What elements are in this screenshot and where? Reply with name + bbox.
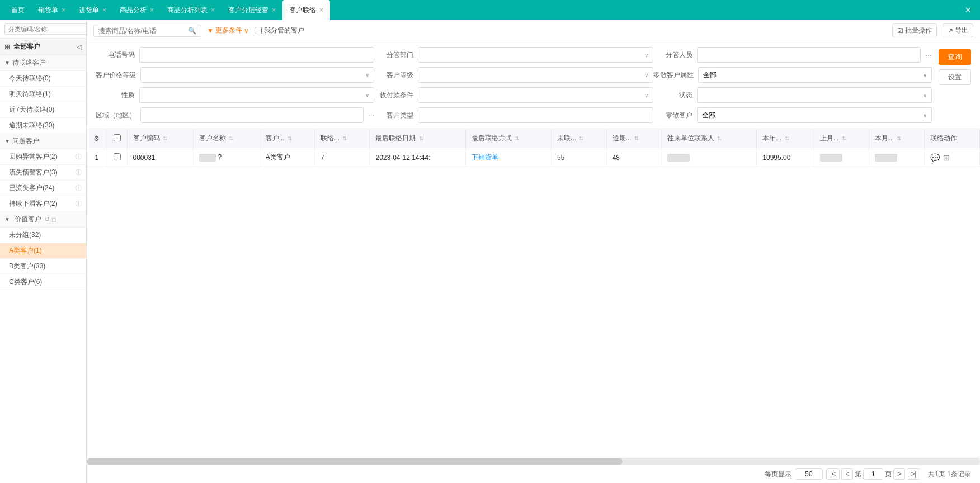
info-icon-declining[interactable]: ⓘ — [76, 200, 82, 208]
sidebar-group-value-label: 价值客户 — [15, 215, 41, 224]
filter-select-retail-customer[interactable]: 全部 ∨ — [697, 107, 932, 123]
th-settings[interactable]: ⚙ — [87, 129, 107, 148]
filter-input-customer-type[interactable] — [418, 107, 653, 123]
sidebar-item-week[interactable]: 近7天待联络(0) — [0, 102, 86, 118]
info-icon-lost[interactable]: ⓘ — [76, 184, 82, 192]
export-button[interactable]: ↗ 导出 — [943, 23, 973, 37]
select-all-checkbox[interactable] — [114, 134, 121, 141]
filter-input-region[interactable] — [140, 107, 364, 123]
first-page-btn[interactable]: |< — [826, 468, 840, 480]
nav-purchase-close[interactable]: × — [102, 6, 106, 14]
prev-page-btn[interactable]: < — [841, 468, 853, 480]
th-last-contact-date[interactable]: 最后联络日期 ⇅ — [370, 129, 465, 148]
th-last-month[interactable]: 上月... ⇅ — [814, 129, 869, 148]
filter-search-input[interactable] — [98, 27, 188, 35]
info-icon-warning[interactable]: ⓘ — [76, 168, 82, 177]
filter-dots-region[interactable]: ··· — [368, 111, 375, 120]
sidebar-item-unclassified-label: 未分组(32) — [9, 230, 41, 240]
qr-action-icon[interactable]: ⊞ — [943, 153, 950, 162]
filter-select-payment[interactable]: ∨ — [418, 87, 653, 103]
nav-customer-segment-close[interactable]: × — [272, 6, 276, 14]
nav-close-all[interactable]: × — [960, 4, 976, 16]
settings-button[interactable]: 设置 — [939, 69, 971, 85]
this-month-placeholder — [875, 154, 897, 162]
nav-product-analysis-list-close[interactable]: × — [211, 6, 215, 14]
filter-select-retail-attr[interactable]: 全部 ∨ — [698, 67, 932, 83]
filter-search-icon[interactable]: 🔍 — [188, 27, 196, 35]
filter-select-nature[interactable]: ∨ — [139, 87, 374, 103]
info-icon-abnormal[interactable]: ⓘ — [76, 153, 82, 161]
row-last-contact-method[interactable]: 下销货单 — [472, 153, 498, 161]
sidebar-item-declining[interactable]: 持续下滑客户(2) ⓘ — [0, 196, 86, 212]
th-last-contact-method[interactable]: 最后联络方式 ⇅ — [465, 129, 551, 148]
nav-product-analysis-close[interactable]: × — [150, 6, 154, 14]
value-refresh-icon[interactable]: ↺ — [45, 216, 50, 223]
row-this-year: 10995.00 — [762, 154, 790, 162]
th-overdue[interactable]: 逾期... ⇅ — [606, 129, 661, 148]
filter-more-btn[interactable]: ▼ 更多条件 ∨ — [207, 26, 249, 35]
sidebar-item-today[interactable]: 今天待联络(0) — [0, 71, 86, 87]
nav-customer-contact-close[interactable]: × — [319, 6, 323, 14]
filter-input-manager[interactable] — [697, 47, 921, 63]
sidebar-group-pending[interactable]: ▼ 待联络客户 — [0, 55, 86, 71]
th-contact-count[interactable]: 联络... ⇅ — [315, 129, 370, 148]
sidebar-collapse-icon[interactable]: ◁ — [77, 43, 82, 51]
batch-ops-button[interactable]: ☑ 批量操作 — [892, 23, 937, 37]
nav-customer-segment[interactable]: 客户分层经营 × — [222, 0, 282, 20]
value-settings-icon[interactable]: □ — [52, 216, 56, 223]
settings-icon[interactable]: ⚙ — [93, 135, 100, 143]
query-button[interactable]: 查询 — [939, 49, 971, 65]
filter-select-dept[interactable]: ∨ — [418, 47, 653, 63]
nav-product-analysis[interactable]: 商品分析 × — [113, 0, 161, 20]
nav-home[interactable]: 首页 — [4, 0, 31, 20]
sidebar-item-class-a[interactable]: A类客户(1) — [0, 243, 86, 259]
next-page-btn[interactable]: > — [893, 468, 905, 480]
sidebar-item-unclassified[interactable]: 未分组(32) — [0, 228, 86, 243]
th-uncontacted[interactable]: 未联... ⇅ — [552, 129, 606, 148]
sidebar-all-customers-header[interactable]: ⊞ 全部客户 ◁ — [0, 39, 86, 55]
page-size-input[interactable] — [795, 468, 823, 480]
th-this-month[interactable]: 本月... ⇅ — [869, 129, 924, 148]
sidebar-item-overdue[interactable]: 逾期未联络(30) — [0, 118, 86, 134]
filter-dots-manager[interactable]: ··· — [925, 50, 932, 59]
current-page-input[interactable] — [863, 468, 883, 480]
last-page-btn[interactable]: >| — [907, 468, 920, 480]
td-checkbox[interactable] — [107, 148, 127, 167]
sidebar-item-warning[interactable]: 流失预警客户(3) ⓘ — [0, 165, 86, 181]
filter-select-status[interactable]: ∨ — [697, 87, 932, 103]
nav-purchase[interactable]: 进货单 × — [72, 0, 113, 20]
filter-select-price-level[interactable]: ∨ — [140, 67, 374, 83]
filter-select-customer-level[interactable]: ∨ — [418, 67, 653, 83]
th-contact-person[interactable]: 往来单位联系人 ⇅ — [661, 129, 756, 148]
th-this-year[interactable]: 本年... ⇅ — [757, 129, 814, 148]
th-customer-type[interactable]: 客户... ⇅ — [260, 129, 314, 148]
row-checkbox[interactable] — [114, 153, 121, 160]
sidebar-group-value[interactable]: ▼ 价值客户 ↺ □ — [0, 212, 86, 228]
nav-sales-close[interactable]: × — [62, 6, 65, 14]
sidebar-item-abnormal[interactable]: 回购异常客户(2) ⓘ — [0, 149, 86, 165]
th-last-month-label: 上月... — [820, 134, 839, 142]
sidebar-group-problem[interactable]: ▼ 问题客户 — [0, 134, 86, 149]
horizontal-scrollbar[interactable] — [87, 458, 980, 465]
sidebar-item-lost[interactable]: 已流失客户(24) ⓘ — [0, 181, 86, 196]
th-checkbox[interactable] — [107, 129, 127, 148]
chat-action-icon[interactable]: 💬 — [930, 153, 940, 162]
td-last-contact-method[interactable]: 下销货单 — [465, 148, 551, 167]
filter-input-phone[interactable] — [139, 47, 374, 63]
nav-product-analysis-list[interactable]: 商品分析列表 × — [161, 0, 222, 20]
filter-row-3: 性质 ∨ 收付款条件 ∨ — [96, 87, 932, 103]
sidebar-item-class-b[interactable]: B类客户(33) — [0, 259, 86, 274]
th-customer-name[interactable]: 客户名称 ⇅ — [194, 129, 260, 148]
nav-sales[interactable]: 销货单 × — [31, 0, 72, 20]
sidebar-item-class-c[interactable]: C类客户(6) — [0, 274, 86, 290]
nav-customer-contact[interactable]: 客户联络 × — [282, 0, 330, 20]
sidebar-item-tomorrow[interactable]: 明天待联络(1) — [0, 87, 86, 102]
my-customers-check[interactable] — [255, 27, 262, 34]
th-customer-code[interactable]: 客户编码 ⇅ — [127, 129, 194, 148]
table-header-row: ⚙ 客户编码 ⇅ 客户名称 ⇅ — [87, 129, 980, 148]
my-customers-checkbox[interactable]: 我分管的客户 — [255, 26, 304, 35]
sort-icon-uncontacted: ⇅ — [579, 135, 583, 141]
sidebar-search-input[interactable] — [4, 23, 87, 35]
scrollbar-thumb[interactable] — [87, 458, 623, 465]
nav-customer-contact-label: 客户联络 — [289, 6, 316, 15]
